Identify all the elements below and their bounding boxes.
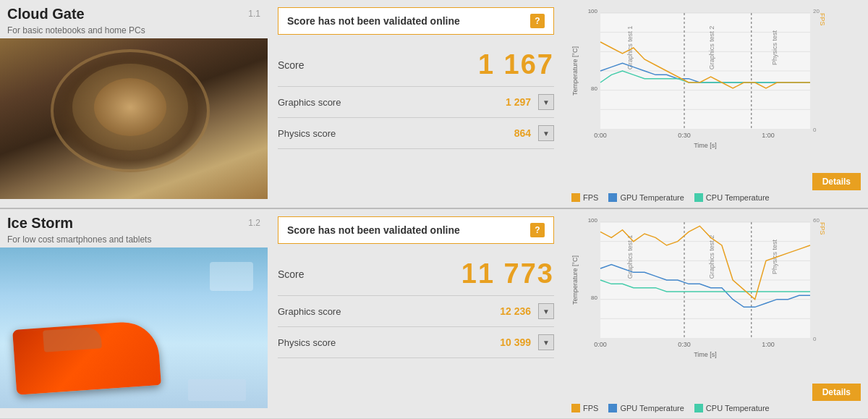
svg-text:100: 100 <box>588 217 598 224</box>
physics-expand-button[interactable]: ▼ <box>538 334 554 350</box>
svg-text:0: 0 <box>813 336 817 342</box>
chart-container: Graphics test 1 Graphics test 2 Physics … <box>571 215 861 381</box>
title-area: Cloud Gate 1.1 <box>0 0 268 25</box>
svg-text:FPS: FPS <box>819 222 826 235</box>
graphics-score-value: 1 297 <box>506 96 531 108</box>
chart-container: Graphics test 1 Graphics test 2 Physics … <box>571 6 861 170</box>
svg-rect-23 <box>608 193 617 202</box>
svg-text:Time [s]: Time [s] <box>694 351 717 358</box>
svg-text:0:00: 0:00 <box>594 132 607 139</box>
legend-fps: FPS <box>571 404 598 412</box>
legend-cpu-temp: CPU Temperature <box>694 193 770 202</box>
svg-text:FPS: FPS <box>819 13 826 26</box>
validation-text: Score has not been validated online <box>287 224 460 236</box>
legend-fps: FPS <box>571 193 598 202</box>
physics-score-label: Physics score <box>278 337 336 348</box>
physics-score-row: Physics score 10 399 ▼ <box>278 327 554 358</box>
svg-text:Graphics test 2: Graphics test 2 <box>708 26 715 70</box>
graphics-score-right: 12 236 ▼ <box>500 303 554 319</box>
details-button[interactable]: Details <box>812 384 861 401</box>
svg-text:0:30: 0:30 <box>678 341 691 348</box>
middle-panel: Score has not been validated online ? Sc… <box>268 0 564 208</box>
chart-panel: Graphics test 1 Graphics test 2 Physics … <box>564 209 868 418</box>
score-label: Score <box>278 59 305 71</box>
svg-text:80: 80 <box>591 85 597 92</box>
graphics-score-value: 12 236 <box>500 305 531 317</box>
physics-score-right: 864 ▼ <box>514 125 554 141</box>
graphics-score-right: 1 297 ▼ <box>506 94 554 110</box>
svg-text:0: 0 <box>813 127 817 133</box>
left-panel: Ice Storm 1.2 For low cost smartphones a… <box>0 209 268 418</box>
legend-cpu-temp: CPU Temperature <box>694 404 770 412</box>
svg-text:0:00: 0:00 <box>594 341 607 348</box>
physics-score-label: Physics score <box>278 128 336 139</box>
svg-rect-49 <box>694 404 703 412</box>
svg-text:Time [s]: Time [s] <box>694 142 717 149</box>
validation-banner: Score has not been validated online ? <box>278 7 554 35</box>
graphics-score-label: Graphics score <box>278 306 341 317</box>
details-button[interactable]: Details <box>812 173 861 190</box>
score-main-row: Score 11 773 <box>278 251 554 296</box>
score-value: 1 167 <box>478 49 554 80</box>
svg-rect-24 <box>694 193 703 202</box>
physics-score-right: 10 399 ▼ <box>500 334 554 350</box>
graphics-expand-button[interactable]: ▼ <box>538 303 554 319</box>
chart-legend: FPS GPU Temperature CPU Temperature <box>571 193 861 202</box>
svg-text:80: 80 <box>591 295 597 301</box>
legend-fps-label: FPS <box>583 404 598 412</box>
benchmark-row-ice-storm: Ice Storm 1.2 For low cost smartphones a… <box>0 209 868 418</box>
bench-image <box>0 38 268 199</box>
bench-image <box>0 247 268 408</box>
bench-subtitle: For basic notebooks and home PCs <box>0 25 268 38</box>
question-button[interactable]: ? <box>530 14 545 28</box>
bench-title: Cloud Gate <box>7 6 85 22</box>
svg-text:100: 100 <box>588 8 598 14</box>
svg-text:Graphics test 1: Graphics test 1 <box>626 26 634 70</box>
svg-text:1:00: 1:00 <box>762 341 775 348</box>
svg-rect-22 <box>571 193 580 202</box>
score-value: 11 773 <box>461 258 554 289</box>
validation-banner: Score has not been validated online ? <box>278 216 554 244</box>
bench-title: Ice Storm <box>7 215 73 232</box>
legend-gpu-temp: GPU Temperature <box>608 404 684 412</box>
chart-legend: FPS GPU Temperature CPU Temperature <box>571 404 861 412</box>
svg-text:Temperature [°C]: Temperature [°C] <box>571 46 579 96</box>
score-main-row: Score 1 167 <box>278 42 554 87</box>
svg-text:60: 60 <box>813 217 820 224</box>
legend-gpu-label: GPU Temperature <box>620 404 684 412</box>
graphics-score-row: Graphics score 1 297 ▼ <box>278 87 554 118</box>
chart-bottom: Details <box>571 173 861 190</box>
legend-gpu-temp: GPU Temperature <box>608 193 684 202</box>
svg-text:Temperature [°C]: Temperature [°C] <box>571 255 579 305</box>
svg-text:Physics test: Physics test <box>771 30 778 65</box>
question-button[interactable]: ? <box>530 223 545 237</box>
legend-cpu-label: CPU Temperature <box>706 404 770 412</box>
legend-fps-label: FPS <box>583 193 598 202</box>
graphics-score-label: Graphics score <box>278 97 341 108</box>
legend-gpu-label: GPU Temperature <box>620 193 684 202</box>
svg-text:20: 20 <box>813 8 820 14</box>
left-panel: Cloud Gate 1.1 For basic notebooks and h… <box>0 0 268 208</box>
chart-bottom: Details <box>571 384 861 401</box>
svg-text:0:30: 0:30 <box>678 132 691 139</box>
legend-cpu-label: CPU Temperature <box>706 193 770 202</box>
svg-text:1:00: 1:00 <box>762 132 775 139</box>
middle-panel: Score has not been validated online ? Sc… <box>268 209 564 418</box>
graphics-expand-button[interactable]: ▼ <box>538 94 554 110</box>
graphics-score-row: Graphics score 12 236 ▼ <box>278 296 554 327</box>
physics-score-value: 10 399 <box>500 337 531 348</box>
chart-panel: Graphics test 1 Graphics test 2 Physics … <box>564 0 868 208</box>
bench-subtitle: For low cost smartphones and tablets <box>0 234 268 247</box>
svg-rect-47 <box>571 404 580 412</box>
title-area: Ice Storm 1.2 <box>0 209 268 234</box>
svg-rect-48 <box>608 404 617 412</box>
physics-score-value: 864 <box>514 127 531 139</box>
bench-version: 1.2 <box>248 218 260 228</box>
bench-version: 1.1 <box>248 9 260 19</box>
benchmark-row-cloud-gate: Cloud Gate 1.1 For basic notebooks and h… <box>0 0 868 209</box>
physics-score-row: Physics score 864 ▼ <box>278 118 554 149</box>
score-label: Score <box>278 268 305 280</box>
validation-text: Score has not been validated online <box>287 15 460 27</box>
physics-expand-button[interactable]: ▼ <box>538 125 554 141</box>
svg-text:Graphics test 2: Graphics test 2 <box>708 235 715 279</box>
